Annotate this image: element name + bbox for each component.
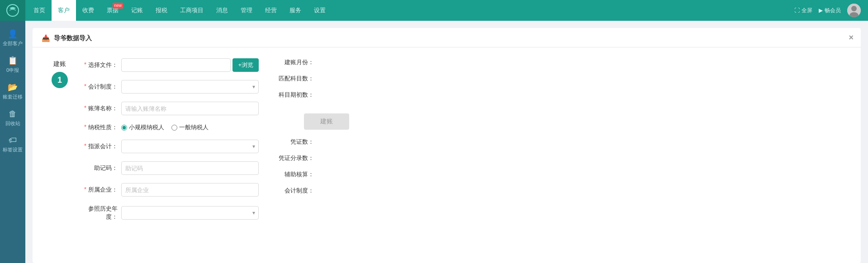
accounting-system-label: 会计制度： [85,83,121,91]
sidebar-item-declaration[interactable]: 📋 0申报 [0,51,25,78]
form-right: 建账月份： 匹配科目数： 科目期初数： 建账 [259,58,376,229]
tax-general-radio[interactable]: 一般纳税人 [171,123,209,132]
declaration-icon: 📋 [8,56,18,66]
assign-accountant-select-wrapper [121,140,259,153]
sidebar-item-tags[interactable]: 🏷 标签设置 [0,131,25,157]
nav-operation[interactable]: 经营 [259,0,283,21]
panel: 📥 导爷数据导入 × 建账 1 选择文件： [33,28,861,263]
svg-point-0 [7,5,19,16]
nav-tax[interactable]: 报税 [149,0,174,21]
nav-service[interactable]: 服务 [283,0,308,21]
nav-customer[interactable]: 客户 [52,0,76,21]
sidebar-item-label-4: 标签设置 [3,147,23,153]
sidebar-item-migration[interactable]: 📂 账套迁移 [0,78,25,104]
play-icon: ▶ [819,7,823,14]
nav-invoice[interactable]: 票据 new [100,0,125,21]
file-input[interactable] [121,58,231,72]
memo-code-row: 助记码： [85,161,259,175]
layout: 👤 全部客户 📋 0申报 📂 账套迁移 🗑 回收站 🏷 标签设置 📥 导爷数据导… [0,21,868,263]
tax-small-radio-input[interactable] [121,125,127,131]
nav-home[interactable]: 首页 [27,0,52,21]
nav-right: ⛶ 全屏 ▶ 畅会员 [794,4,868,17]
build-month-label: 建账月份： [277,58,318,66]
sidebar-item-all-customers[interactable]: 👤 全部客户 [0,24,25,51]
tax-general-radio-input[interactable] [171,125,177,131]
accounting-system-row: 会计制度： [85,80,259,94]
logo[interactable] [0,0,25,21]
build-month-row: 建账月份： [277,58,376,66]
tax-type-row: 纳税性质： 小规模纳税人 一般纳税人 [85,123,259,132]
aux-accounting-label: 辅助核算： [277,170,318,178]
ref-year-select[interactable] [121,206,259,220]
fullscreen-btn[interactable]: ⛶ 全屏 [794,7,812,14]
period-initial-row: 科目期初数： [277,91,376,99]
match-subjects-label: 匹配科目数： [277,75,318,83]
assign-accountant-label: 指派会计： [85,142,121,150]
memo-code-input[interactable] [121,161,259,175]
panel-title: 导爷数据导入 [54,34,92,42]
period-initial-label: 科目期初数： [277,91,318,99]
voucher-count-row: 凭证数： [277,138,376,146]
ledger-name-input[interactable] [121,102,259,115]
panel-header: 📥 导爷数据导入 × [33,28,861,47]
nav-bookkeeping[interactable]: 记账 [125,0,149,21]
file-input-group: +浏览 [121,58,259,72]
nav-settings[interactable]: 设置 [308,0,332,21]
voucher-entries-row: 凭证分录数： [277,154,376,162]
avatar[interactable] [847,4,861,17]
build-btn-area: 建账 [277,113,376,130]
tax-general-label: 一般纳税人 [179,123,209,132]
panel-body: 建账 1 选择文件： +浏览 会计制度： [33,47,861,238]
accounting-system-select[interactable] [121,80,259,94]
form-left: 选择文件： +浏览 会计制度： [78,58,259,229]
ref-year-row: 参照历史年度： [85,205,259,221]
nav-message[interactable]: 消息 [210,0,234,21]
select-file-label: 选择文件： [85,61,121,69]
sidebar-item-trash[interactable]: 🗑 回收站 [0,105,25,131]
ref-year-label: 参照历史年度： [85,205,121,221]
match-subjects-row: 匹配科目数： [277,75,376,83]
accounting-system-right-label: 会计制度： [277,187,318,195]
voucher-entries-label: 凭证分录数： [277,154,318,162]
select-file-row: 选择文件： +浏览 [85,58,259,72]
step-circle: 1 [52,72,68,88]
accounting-system-select-wrapper [121,80,259,94]
tax-type-label: 纳税性质： [85,123,121,132]
step-section: 建账 1 [42,58,78,229]
import-icon: 📥 [42,34,50,42]
assign-accountant-select[interactable] [121,140,259,153]
tax-type-radio-group: 小规模纳税人 一般纳税人 [121,123,259,132]
close-button[interactable]: × [849,33,854,42]
migration-icon: 📂 [8,82,18,92]
svg-point-2 [851,6,857,11]
sidebar-item-label-1: 0申报 [6,67,19,73]
vip-btn[interactable]: ▶ 畅会员 [819,7,841,14]
tax-small-label: 小规模纳税人 [129,123,164,132]
nav-management[interactable]: 管理 [234,0,259,21]
browse-button[interactable]: +浏览 [232,58,259,72]
nav-business[interactable]: 工商项目 [174,0,210,21]
build-button[interactable]: 建账 [304,113,349,130]
main-content: 📥 导爷数据导入 × 建账 1 选择文件： [25,21,868,263]
assign-accountant-row: 指派会计： [85,140,259,153]
nav-items: 首页 客户 收费 票据 new 记账 报税 工商项目 消息 管理 经营 服务 设… [25,0,794,21]
nav-fee[interactable]: 收费 [76,0,100,21]
sidebar-item-label-2: 账套迁移 [3,94,23,100]
tags-icon: 🏷 [9,136,17,145]
aux-accounting-row: 辅助核算： [277,170,376,178]
sidebar: 👤 全部客户 📋 0申报 📂 账套迁移 🗑 回收站 🏷 标签设置 [0,21,25,263]
badge-new: new [113,3,123,9]
tax-small-radio[interactable]: 小规模纳税人 [121,123,164,132]
affiliated-company-row: 所属企业： [85,183,259,197]
ledger-name-label: 账簿名称： [85,104,121,113]
sidebar-item-label-0: 全部客户 [3,41,23,47]
sidebar-item-label-3: 回收站 [5,121,20,127]
ledger-name-row: 账簿名称： [85,102,259,115]
fullscreen-icon: ⛶ [794,7,800,14]
affiliated-company-input[interactable] [121,183,259,197]
accounting-system-right-row: 会计制度： [277,187,376,195]
voucher-count-label: 凭证数： [277,138,318,146]
top-nav: 首页 客户 收费 票据 new 记账 报税 工商项目 消息 管理 经营 服务 设… [0,0,868,21]
all-customers-icon: 👤 [8,29,18,39]
trash-icon: 🗑 [9,109,17,119]
